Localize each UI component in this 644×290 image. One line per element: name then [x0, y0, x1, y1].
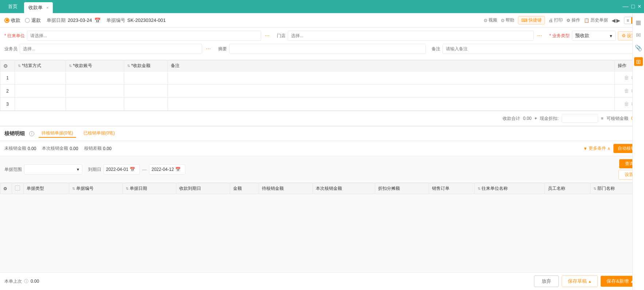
nav-arrows: ◀ ▶ — [612, 17, 620, 23]
row-account-2[interactable] — [66, 85, 124, 98]
sidebar-expand-icon[interactable]: ⊞ — [634, 57, 643, 66]
row-settle-3[interactable] — [15, 98, 66, 111]
store-more-btn[interactable]: ··· — [536, 32, 543, 39]
sidebar-attachment-icon[interactable]: 📎 — [635, 44, 642, 51]
cal-to-icon[interactable]: 📅 — [175, 167, 181, 172]
row-note-2[interactable] — [168, 85, 615, 98]
sort-doc-date[interactable]: ⇅ — [126, 187, 129, 191]
col-check-bottom — [12, 183, 24, 194]
range-select[interactable]: ▾ — [24, 164, 82, 175]
partner-input[interactable] — [27, 31, 261, 41]
draft-arrow-icon: ▲ — [588, 279, 592, 283]
summary-input[interactable] — [229, 44, 426, 54]
col-dept-name-label: 部门名称 — [597, 186, 615, 191]
table-gear-icon[interactable]: ⚙ — [3, 63, 8, 69]
more-filter-btn[interactable]: ▼ 更多条件 ∧ — [583, 145, 610, 152]
sidebar-table-icon[interactable]: ▦ — [636, 19, 641, 26]
save-draft-label: 保存草稿 — [568, 278, 587, 285]
help-btn[interactable]: ⊙ 帮助 — [501, 17, 514, 23]
radio-receive-label: 收款 — [11, 17, 20, 24]
remark-label: 备注 — [432, 46, 440, 52]
history-btn[interactable]: 📋 历史单据 — [584, 17, 608, 23]
sort-doc-number[interactable]: ⇅ — [72, 187, 75, 191]
cal-from-icon[interactable]: 📅 — [130, 167, 135, 172]
delete-icon-1[interactable]: 🗑 — [624, 75, 629, 81]
row-note-1[interactable] — [168, 71, 615, 85]
maximize-btn[interactable]: □ — [631, 3, 635, 10]
form-row-2: 业务员 ··· 摘要 备注 — [4, 44, 640, 54]
sort-amount-icon[interactable]: ⇅ — [127, 64, 130, 68]
shortcut-btn[interactable]: ⌨ 快捷键 — [518, 16, 545, 24]
col-staff-name: 员工名称 — [545, 183, 590, 194]
row-amount-1[interactable] — [124, 71, 168, 85]
date-to-input[interactable]: 2022-04-12 📅 — [149, 164, 185, 175]
discount-input[interactable] — [562, 114, 598, 123]
more-filter-label: 更多条件 — [589, 145, 606, 152]
row-account-3[interactable] — [66, 98, 124, 111]
save-draft-btn[interactable]: 保存草稿 ▲ — [562, 275, 598, 287]
toolbar: 收款 退款 单据日期 2023-03-24 📅 单据编号 SK-20230324… — [0, 13, 644, 28]
tab-active-label: 收款单 — [28, 4, 43, 11]
table-row: 2 🗑 ⧉ — [0, 85, 644, 98]
row-note-3[interactable] — [168, 98, 615, 111]
row-amount-2[interactable] — [124, 85, 168, 98]
eq-sign: = — [601, 116, 604, 121]
row-settle-1[interactable] — [15, 71, 66, 85]
sort-partner-name[interactable]: ⇅ — [478, 187, 480, 191]
verif-info-icon[interactable]: i — [29, 131, 34, 136]
store-input[interactable] — [288, 31, 534, 41]
nav-next[interactable]: ▶ — [616, 17, 620, 23]
settings-gear-icon: ⚙ — [622, 33, 626, 38]
stats-row: 未核销金额 0.00 本次核销金额 0.00 核销差额 0.00 ▼ 更多条件 … — [0, 141, 644, 156]
delete-icon-3[interactable]: 🗑 — [624, 101, 629, 107]
col-pending-bottom: 待核销金额 — [259, 183, 313, 194]
date-to-value: 2022-04-12 — [152, 167, 174, 172]
close-btn[interactable]: × — [638, 3, 641, 10]
mode-radio-group: 收款 退款 — [4, 17, 41, 24]
radio-receive[interactable]: 收款 — [4, 17, 20, 24]
sort-dept-name[interactable]: ⇅ — [593, 187, 596, 191]
verif-tab-pending[interactable]: 待核销单据(0笔) — [39, 129, 76, 138]
biz-type-select[interactable]: 预收款 ▾ — [572, 31, 616, 41]
radio-refund[interactable]: 退款 — [25, 17, 41, 24]
col-doc-number: ⇅ 单据编号 — [69, 183, 123, 194]
staff-more-btn[interactable]: ··· — [204, 46, 212, 52]
store-field: 门店 ··· — [277, 31, 543, 41]
row-amount-3[interactable] — [124, 98, 168, 111]
staff-input[interactable] — [20, 44, 202, 54]
bottom-gear-icon[interactable]: ⚙ — [3, 186, 7, 191]
check-all-box[interactable] — [15, 185, 20, 191]
print-btn[interactable]: 🖨 打印 — [549, 17, 563, 23]
col-doc-number-label: 单据编号 — [76, 186, 94, 191]
date-calendar-icon[interactable]: 📅 — [94, 17, 101, 23]
sidebar-mail-icon[interactable]: ✉ — [636, 32, 641, 39]
tab-home[interactable]: 首页 — [3, 0, 23, 13]
video-btn[interactable]: ⊙ 视频 — [484, 17, 497, 23]
tab-active[interactable]: 收款单 × — [24, 2, 53, 13]
discard-btn[interactable]: 放弃 — [534, 275, 559, 287]
tab-close-btn[interactable]: × — [46, 5, 48, 10]
nav-prev[interactable]: ◀ — [612, 17, 616, 23]
radio-refund-label: 退款 — [31, 17, 41, 24]
filter-arrow-icon: ∧ — [607, 146, 610, 151]
date-field: 单据日期 2023-03-24 📅 — [47, 17, 101, 24]
minimize-btn[interactable]: — — [623, 3, 628, 10]
total-label: 收款合计 — [503, 115, 520, 122]
row-account-1[interactable] — [66, 71, 124, 85]
number-field: 单据编号 SK-20230324-001 — [106, 17, 166, 24]
date-from-input[interactable]: 2022-04-01 📅 — [103, 164, 140, 175]
delete-icon-2[interactable]: 🗑 — [624, 88, 629, 94]
sort-settle-icon[interactable]: ⇅ — [18, 64, 21, 68]
remark-input[interactable] — [443, 44, 640, 54]
view-list-btn[interactable]: ≡ — [624, 17, 631, 24]
unclaimed-stat: 未核销金额 0.00 — [4, 145, 36, 152]
info-icon-footer[interactable]: ⓘ — [24, 278, 28, 285]
partner-more-btn[interactable]: ··· — [263, 32, 271, 39]
row-settle-2[interactable] — [15, 85, 66, 98]
main-content: 收款 退款 单据日期 2023-03-24 📅 单据编号 SK-20230324… — [0, 13, 644, 290]
row-seq-1: 1 — [0, 71, 15, 85]
verif-tab-done[interactable]: 已核销单据(0笔) — [80, 129, 118, 138]
history-icon: 📋 — [584, 18, 589, 23]
operations-btn[interactable]: ⚙ 操作 — [566, 17, 580, 23]
sort-account-icon[interactable]: ⇅ — [69, 64, 72, 68]
